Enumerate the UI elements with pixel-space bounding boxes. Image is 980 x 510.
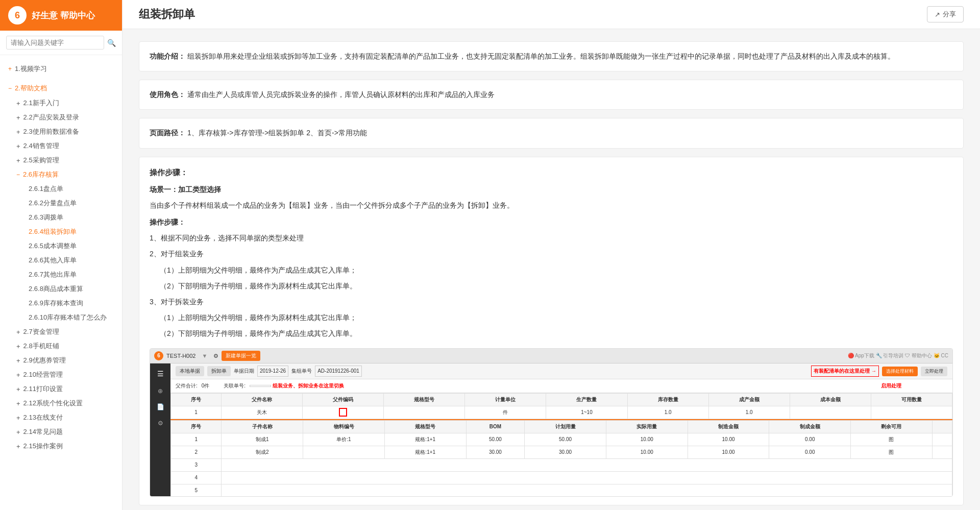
table-row: 3 [171, 459, 952, 472]
mock-dismantle-btn[interactable]: 拆卸单 [207, 366, 231, 376]
page-title: 组装拆卸单 [139, 7, 195, 22]
share-label: 分享 [943, 10, 956, 19]
step2-2: （2）下部明细为子件明细，最终作为原材料生成其它出库单。 [150, 280, 953, 293]
role-text: 通常由生产人员或库管人员完成拆装业务的操作，库管人员确认原材料的出库和产成品的入… [187, 90, 495, 99]
mock-app-body: ☰ ⊕ 📄 ⚙ 本地单据 拆卸单 单据日期 2019-12-26 [150, 363, 952, 496]
app-logo: 6 [8, 6, 27, 25]
plus-icon: + [16, 400, 20, 407]
sidebar-item-s24[interactable]: + 2.4销售管理 [4, 139, 122, 153]
top-bar: 组装拆卸单 ↗ 分享 [122, 0, 980, 29]
mock-input-val [250, 385, 271, 387]
sidebar-item-s211[interactable]: + 2.11打印设置 [4, 382, 122, 396]
mock-col-stock: 库存数量 [627, 394, 708, 406]
sidebar-item-s212[interactable]: + 2.12系统个性化设置 [4, 396, 122, 410]
sidebar-item-s213[interactable]: + 2.13在线支付 [4, 410, 122, 425]
plus-icon: + [16, 428, 20, 436]
mock-col-pcode: 父件编码 [303, 394, 384, 406]
search-icon[interactable]: 🔍 [107, 39, 116, 47]
sidebar-item-s21[interactable]: + 2.1新手入门 [4, 96, 122, 110]
mock-left-nav: ☰ ⊕ 📄 ⚙ [150, 363, 170, 496]
sidebar-item-s268[interactable]: 2.6.8商品成本重算 [8, 282, 122, 296]
sidebar-header: 6 好生意 帮助中心 [0, 0, 122, 31]
sidebar-label: 2.4销售管理 [23, 141, 59, 151]
sidebar-label: 2.7资金管理 [23, 327, 59, 336]
ops-box: 操作步骤： 场景一：加工类型选择 当由多个子件材料组装成一个成品的业务为【组装】… [139, 157, 964, 506]
sidebar-label: 2.6库存核算 [23, 170, 59, 179]
sidebar-label: 2.14常见问题 [23, 427, 63, 436]
mock-red-cell [339, 408, 347, 417]
sidebar-label: 2.11打印设置 [23, 384, 63, 394]
sidebar-item-s266[interactable]: 2.6.6其他入库单 [8, 253, 122, 268]
screenshot-container: 6 TEST-H002 ▼ ⚙ 新建单据一览 🔴 App下载 🔧 引导培训 🛡 … [150, 348, 953, 497]
table-row: 2 制成2 规格:1+1 30.00 30.00 10.00 10.00 0. [171, 446, 952, 459]
mock-nav-icon-1: ☰ [157, 368, 164, 380]
step3: 3、对于拆装业务 [150, 296, 953, 308]
sidebar-item-s29[interactable]: + 2.9优惠券管理 [4, 353, 122, 368]
intro-label: 功能介绍： [150, 52, 185, 60]
table-row: 5 [171, 484, 952, 497]
path-text: 1、库存核算->库存管理->组装拆卸单 2、首页->常用功能 [187, 129, 367, 137]
share-button[interactable]: ↗ 分享 [927, 6, 964, 22]
sidebar-label: 2.2产品安装及登录 [23, 113, 79, 122]
search-input[interactable] [6, 36, 104, 50]
sidebar-item-s28[interactable]: + 2.8手机旺铺 [4, 339, 122, 353]
plus-icon: + [16, 414, 20, 422]
ops-title: 操作步骤： [150, 165, 953, 179]
mock-col-unit: 计量单位 [465, 394, 546, 406]
sidebar-item-s264[interactable]: 2.6.4组装拆卸单 [8, 225, 122, 239]
step2: 2、对于组装业务 [150, 248, 953, 260]
mock-col-spec: 规格型号 [384, 394, 465, 406]
sidebar-item-s263[interactable]: 2.6.3调拨单 [8, 210, 122, 225]
mock-col-avail: 可用数量 [871, 394, 952, 406]
minus-icon: − [8, 85, 12, 92]
step3-1: （1）上部明细为父件明细，最终作为原材料生成其它出库单； [150, 311, 953, 324]
plus-icon: + [16, 385, 20, 393]
sidebar-item-s25[interactable]: + 2.5采购管理 [4, 153, 122, 167]
plus-icon: + [16, 100, 20, 107]
sidebar-item-s267[interactable]: 2.6.7其他出库单 [8, 268, 122, 282]
plus-icon: + [16, 114, 20, 122]
mock-nav-icon-2: ⊕ [158, 386, 163, 397]
mock-new-doc-btn[interactable]: 本地单据 [176, 366, 204, 376]
mock-action-btn[interactable]: 立即处理 [921, 367, 947, 376]
minus-icon: − [16, 171, 20, 178]
sidebar-item-s23[interactable]: + 2.3使用前数据准备 [4, 125, 122, 139]
role-label: 使用角色： [150, 90, 185, 99]
path-label: 页面路径： [150, 129, 185, 137]
sidebar-item-s261[interactable]: 2.6.1盘点单 [8, 182, 122, 196]
scene1-title: 场景一：加工类型选择 [150, 183, 953, 196]
sidebar-item-s265[interactable]: 2.6.5成本调整单 [8, 239, 122, 253]
step1: 1、根据不同的业务，选择不同单据的类型来处理 [150, 232, 953, 245]
mock-nav-icon-4: ⚙ [158, 418, 163, 429]
sidebar-item-help-docs[interactable]: − 2.帮助文档 [0, 81, 122, 96]
sidebar-item-s262[interactable]: 2.6.2分量盘点单 [8, 196, 122, 210]
logo-text: 6 [15, 10, 20, 21]
sidebar-item-s210[interactable]: + 2.10经营管理 [4, 368, 122, 382]
sidebar-label: 2.12系统个性化设置 [23, 399, 83, 408]
plus-icon: + [8, 65, 12, 72]
mock-col-seq: 序号 [171, 394, 222, 406]
mock-field-order-val: AD-20191226-001 [315, 366, 362, 377]
app-title: 好生意 帮助中心 [32, 10, 95, 21]
sidebar-item-s22[interactable]: + 2.2产品安装及登录 [4, 110, 122, 125]
mock-new-btn[interactable]: 新建单据一览 [222, 351, 260, 361]
sidebar-item-videos[interactable]: + 1.视频学习 [0, 61, 122, 77]
sidebar-label: 2.8手机旺铺 [23, 342, 59, 351]
sidebar-item-s27[interactable]: + 2.7资金管理 [4, 325, 122, 339]
table-row: 1 制成1 单价:1 规格:1+1 50.00 50.00 10.00 10.0… [171, 433, 952, 446]
sidebar: 6 好生意 帮助中心 🔍 + 1.视频学习 − 2.帮助文档 + 2.1新手入门 [0, 0, 122, 510]
sidebar-item-s214[interactable]: + 2.14常见问题 [4, 425, 122, 439]
sidebar-label: 2.3使用前数据准备 [23, 127, 79, 136]
mock-settings-icon: ⚙ [213, 351, 218, 361]
sidebar-label: 2.9优惠券管理 [23, 356, 66, 365]
sidebar-item-s269[interactable]: 2.6.9库存账本查询 [8, 296, 122, 310]
plus-icon: + [16, 142, 20, 150]
sidebar-item-s26[interactable]: − 2.6库存核算 [4, 167, 122, 182]
mock-table-row-1: 1 关木 件 1~10 1.0 1.0 [171, 406, 952, 419]
mock-select-btn[interactable]: 选择处理材料 [882, 367, 918, 376]
nav-sub-items: + 2.1新手入门 + 2.2产品安装及登录 + 2.3使用前数据准备 + 2.… [0, 96, 122, 453]
mock-col-qty: 生产数量 [546, 394, 627, 406]
sidebar-item-s2610[interactable]: 2.6.10库存账本错了怎么办 [8, 310, 122, 325]
mock-sub-label: 父件合计: [176, 381, 198, 391]
sidebar-item-s215[interactable]: + 2.15操作案例 [4, 439, 122, 453]
